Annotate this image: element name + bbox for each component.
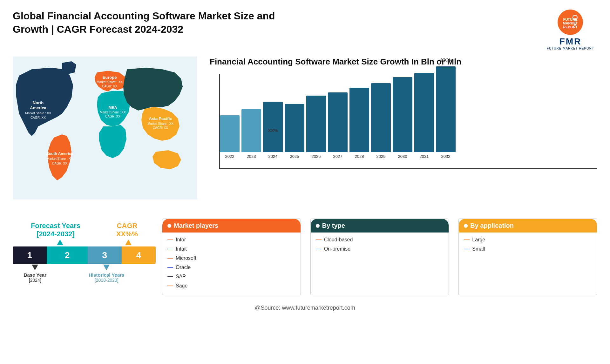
svg-text:REPORT: REPORT bbox=[563, 25, 578, 29]
bar bbox=[436, 66, 456, 152]
bar-group: XX%2032 bbox=[436, 66, 456, 159]
up-arrow-teal bbox=[57, 239, 63, 245]
market-players-title: Market players bbox=[174, 222, 218, 229]
timeline-box: Forecast Years [2024-2032] CAGR XX%% bbox=[13, 219, 156, 286]
bar-year-label: 2026 bbox=[312, 154, 321, 159]
svg-text:North: North bbox=[33, 100, 44, 105]
by-application-card: By application — Large — Small bbox=[458, 219, 597, 295]
bar-chart: 20222023XX%20242025202620272028202920302… bbox=[219, 74, 597, 169]
by-type-header: By type bbox=[311, 219, 449, 233]
item-label: Sage bbox=[176, 283, 187, 289]
by-application-title: By application bbox=[470, 222, 514, 229]
bar bbox=[349, 88, 369, 152]
bar-year-label: 2029 bbox=[376, 154, 386, 159]
bar bbox=[220, 115, 240, 152]
segment-4: 4 bbox=[122, 246, 156, 264]
dash-icon: — bbox=[167, 236, 173, 243]
item-label: Cloud-based bbox=[324, 237, 353, 243]
svg-text:CAGR: XX: CAGR: XX bbox=[30, 116, 46, 119]
svg-text:Market Share : XX: Market Share : XX bbox=[25, 111, 51, 115]
down-arrow-blue bbox=[103, 265, 110, 270]
bar bbox=[263, 102, 283, 152]
item-label: Infor bbox=[176, 237, 186, 243]
bar-group: 2028 bbox=[349, 88, 369, 159]
item-label: Large bbox=[472, 237, 485, 243]
bar-group: 2031 bbox=[414, 73, 434, 159]
dash-icon: — bbox=[167, 282, 173, 289]
svg-text:Asia Pacific: Asia Pacific bbox=[149, 116, 172, 121]
up-arrow-orange bbox=[125, 239, 132, 245]
svg-text:Market Share : XX: Market Share : XX bbox=[147, 122, 173, 125]
dash-icon: — bbox=[167, 255, 173, 261]
svg-text:CAGR: XX: CAGR: XX bbox=[52, 162, 67, 165]
chart-title: Financial Accounting Software Market Siz… bbox=[210, 57, 597, 67]
bar-year-label: 2031 bbox=[420, 154, 429, 159]
bar-group: 2022 bbox=[220, 115, 240, 159]
bar-group: 2023 bbox=[241, 109, 261, 159]
bar-year-label: 2025 bbox=[290, 154, 299, 159]
header: Global Financial Accounting Software Mar… bbox=[13, 10, 597, 50]
svg-text:CAGR: XX: CAGR: XX bbox=[153, 126, 168, 130]
main-content: North America Market Share : XX CAGR: XX… bbox=[13, 57, 597, 209]
historical-label: Historical Years bbox=[58, 272, 156, 278]
logo-text: FMR bbox=[559, 37, 582, 47]
bar bbox=[393, 77, 412, 152]
bar-group: 2030 bbox=[393, 77, 412, 159]
list-item: — Small bbox=[464, 246, 592, 252]
bar bbox=[414, 73, 434, 152]
svg-text:South America: South America bbox=[46, 152, 73, 156]
list-item: — On-premise bbox=[316, 246, 444, 252]
bar bbox=[371, 83, 391, 152]
bar-annotation: XX% bbox=[268, 128, 278, 133]
by-type-card: By type — Cloud-based — On-premise bbox=[310, 219, 449, 295]
item-label: Small bbox=[472, 246, 485, 252]
logo-sub-text: FUTURE MARKET REPORT bbox=[547, 47, 594, 50]
segment-1: 1 bbox=[13, 246, 47, 264]
bar-group: 2029 bbox=[371, 83, 391, 159]
bar-group: 2026 bbox=[306, 96, 326, 159]
list-item: — Sage bbox=[167, 282, 295, 289]
bar-annotation-2032: XX% bbox=[441, 57, 451, 63]
bar bbox=[328, 92, 348, 152]
list-item: — Large bbox=[464, 236, 592, 243]
forecast-label: Forecast Years bbox=[13, 222, 98, 230]
logo-circle: FUTURE MARKET REPORT bbox=[558, 10, 583, 35]
svg-text:Market Share : XX: Market Share : XX bbox=[100, 111, 126, 114]
by-application-body: — Large — Small bbox=[459, 233, 597, 252]
item-label: SAP bbox=[176, 274, 186, 280]
dash-icon: — bbox=[464, 236, 470, 243]
bar-group: 2027 bbox=[328, 92, 348, 159]
svg-text:MEA: MEA bbox=[109, 105, 117, 110]
dash-icon: — bbox=[316, 236, 322, 243]
bar-year-label: 2024 bbox=[268, 154, 278, 159]
market-players-body: — Infor — Intuit — Microsoft — Oracle bbox=[162, 233, 301, 289]
bottom-section: Forecast Years [2024-2032] CAGR XX%% bbox=[13, 219, 597, 295]
market-players-card: Market players — Infor — Intuit — Micros… bbox=[162, 219, 301, 295]
footer: @Source: www.futuremarketreport.com bbox=[13, 305, 597, 311]
bar-year-label: 2023 bbox=[247, 154, 256, 159]
bar-year-label: 2022 bbox=[225, 154, 234, 159]
bar bbox=[241, 109, 261, 152]
logo-box: FUTURE MARKET REPORT FMR FUTURE MARKET R… bbox=[547, 10, 594, 50]
down-arrow-dark bbox=[32, 265, 38, 270]
item-label: Oracle bbox=[176, 265, 191, 270]
bar-group: 2025 bbox=[285, 104, 304, 159]
svg-text:America: America bbox=[30, 105, 46, 110]
bar-group: XX%2024 bbox=[263, 102, 283, 159]
segment-3: 3 bbox=[88, 246, 122, 264]
bar-year-label: 2027 bbox=[333, 154, 342, 159]
page-wrapper: Global Financial Accounting Software Mar… bbox=[0, 0, 610, 364]
base-year-label: Base Year bbox=[13, 272, 58, 278]
svg-text:CAGR: XX: CAGR: XX bbox=[102, 84, 117, 88]
bar-year-label: 2028 bbox=[355, 154, 364, 159]
base-year-value: [2024] bbox=[13, 278, 58, 283]
svg-text:Market Share : XX: Market Share : XX bbox=[97, 80, 123, 84]
list-item: — Cloud-based bbox=[316, 236, 444, 243]
by-type-body: — Cloud-based — On-premise bbox=[311, 233, 449, 252]
bar-year-label: 2032 bbox=[441, 154, 451, 159]
dash-icon: — bbox=[167, 264, 173, 271]
historical-value: [2018-2023] bbox=[58, 278, 156, 283]
dash-icon: — bbox=[464, 246, 470, 252]
bar bbox=[285, 104, 304, 152]
bar-year-label: 2030 bbox=[398, 154, 407, 159]
